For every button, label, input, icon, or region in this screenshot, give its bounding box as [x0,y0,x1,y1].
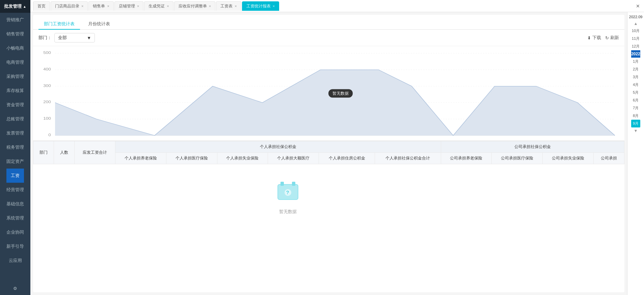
date-nav-down[interactable]: ▼ [632,127,640,134]
date-item-6月[interactable]: 6月 [631,96,640,104]
tab-销售单[interactable]: 销售单× [88,1,113,11]
date-item-10月[interactable]: 10月 [631,27,640,35]
svg-text:100: 100 [43,116,51,121]
svg-text:0: 0 [48,133,51,137]
refresh-button[interactable]: ↻ 刷新 [605,35,619,41]
sidebar-item-系统管理[interactable]: 系统管理 [6,211,24,225]
date-item-2022[interactable]: 2022 [631,50,640,58]
sidebar-item-基础信息[interactable]: 基础信息 [6,197,24,211]
tab-店铺管理[interactable]: 店铺管理× [114,1,143,11]
tab-close-icon[interactable]: × [235,4,237,8]
settings-button[interactable]: ⚙ [0,282,30,295]
tab-label: 销售单 [93,3,105,9]
data-table: 部门 人数 应发工资合计 个人承担社保公积金 公司承担社保公积金 个人承担养老保… [33,141,624,228]
tab-close-icon[interactable]: × [137,4,139,8]
col-personal-insurance: 个人承担社保公积金 [115,141,441,153]
empty-text: 暂无数据 [279,209,297,215]
sidebar-item-电商管理[interactable]: 电商管理 [6,55,24,69]
date-item-3月[interactable]: 3月 [631,73,640,81]
close-all-button[interactable]: ✕ [635,3,641,9]
date-item-9月[interactable]: 9月 [631,120,640,127]
tab-应收应付调整单[interactable]: 应收应付调整单× [174,1,215,11]
tab-close-icon[interactable]: × [273,4,275,8]
tab-bar-right: ✕ [635,3,641,9]
sidebar-item-税务管理[interactable]: 税务管理 [6,140,24,154]
refresh-icon: ↻ [605,35,609,40]
tab-首页[interactable]: 首页 [33,1,50,11]
col-公司承担: 公司承担 [593,153,624,164]
sidebar-header[interactable]: 批发管理 ▲ [0,0,30,13]
date-item-5月[interactable]: 5月 [631,89,640,96]
tab-bar: 首页门店商品目录×销售单×店铺管理×生成凭证×应收应付调整单×工资表×工资统计报… [30,0,644,12]
date-item-4月[interactable]: 4月 [631,81,640,89]
tab-门店商品目录[interactable]: 门店商品目录× [51,1,88,11]
sub-tab-month[interactable]: 月份统计表 [83,19,115,30]
sidebar-item-新手引导[interactable]: 新手引导 [6,239,24,254]
table-section[interactable]: 部门 人数 应发工资合计 个人承担社保公积金 公司承担社保公积金 个人承担养老保… [33,141,624,292]
tab-close-icon[interactable]: × [167,4,169,8]
col-个人承担住房公积金: 个人承担住房公积金 [319,153,375,164]
sidebar-item-云应用[interactable]: 云应用 [6,254,24,268]
sidebar-item-固定资产[interactable]: 固定资产 [6,154,24,169]
date-item-12月[interactable]: 12月 [631,42,640,50]
col-个人承担失业保险: 个人承担失业保险 [217,153,268,164]
refresh-label: 刷新 [610,35,619,41]
tab-生成凭证[interactable]: 生成凭证× [144,1,173,11]
sidebar-item-采购管理[interactable]: 采购管理 [6,69,24,84]
download-label: 下载 [592,35,601,41]
tab-label: 店铺管理 [119,3,135,9]
main-area: 首页门店商品目录×销售单×店铺管理×生成凭证×应收应付调整单×工资表×工资统计报… [30,0,644,295]
toolbar-right: ⬇ 下载 ↻ 刷新 [587,35,619,41]
col-count: 人数 [54,141,75,164]
tab-label: 工资表 [220,3,233,9]
svg-rect-15 [292,182,295,186]
date-item-8月[interactable]: 8月 [631,112,640,120]
sidebar-item-小畅电商[interactable]: 小畅电商 [6,41,24,55]
download-button[interactable]: ⬇ 下载 [587,35,601,41]
sidebar-item-经营管理[interactable]: 经营管理 [6,183,24,197]
chevron-down-icon: ▼ [87,35,91,40]
sidebar-item-营销推广[interactable]: 营销推广 [6,13,24,27]
col-company-insurance: 公司承担社保公积金 [441,141,624,153]
svg-marker-12 [55,70,615,136]
dept-select[interactable]: 全部 ▼ [54,33,95,42]
sub-tab-dept[interactable]: 部门工资统计表 [38,19,80,30]
date-panel: 2022.09 ▲ 10月11月12月20221月2月3月4月5月6月7月8月9… [627,12,644,295]
sidebar-title: 批发管理 [4,3,22,9]
dept-label: 部门： [38,35,52,41]
col-dept: 部门 [33,141,54,164]
page-inner: 部门工资统计表 月份统计表 部门： 全部 ▼ ⬇ [33,15,624,292]
tab-close-icon[interactable]: × [107,4,109,8]
sidebar-arrow-icon: ▲ [23,5,26,8]
chart-tooltip: 暂无数据 [328,89,353,98]
sidebar-item-工资[interactable]: 工资 [6,169,24,183]
sidebar-item-发票管理[interactable]: 发票管理 [6,126,24,140]
date-nav-up[interactable]: ▲ [632,20,640,27]
sidebar-item-资金管理[interactable]: 资金管理 [6,98,24,112]
date-item-7月[interactable]: 7月 [631,104,640,112]
tab-label: 工资统计报表 [246,3,271,9]
sidebar-item-企业协同[interactable]: 企业协同 [6,225,24,239]
tab-工资统计报表[interactable]: 工资统计报表× [242,1,279,11]
tab-label: 首页 [37,3,46,9]
date-panel-header: 2022.09 [628,13,643,20]
chart-area: 0 100 200 300 400 500 [33,46,624,141]
sidebar-item-库存核算[interactable]: 库存核算 [6,84,24,98]
tab-label: 门店商品目录 [55,3,79,9]
tab-close-icon[interactable]: × [81,4,83,8]
toolbar-left: 部门： 全部 ▼ [38,33,95,42]
date-item-1月[interactable]: 1月 [631,58,640,65]
svg-text:400: 400 [43,67,51,71]
date-item-11月[interactable]: 11月 [631,35,640,42]
tab-close-icon[interactable]: × [209,4,211,8]
dept-select-value: 全部 [58,35,67,41]
col-公司承担失业保险: 公司承担失业保险 [543,153,594,164]
sidebar-item-总账管理[interactable]: 总账管理 [6,112,24,126]
svg-text:200: 200 [43,100,51,105]
date-item-2月[interactable]: 2月 [631,65,640,73]
sidebar-item-销售管理[interactable]: 销售管理 [6,27,24,41]
sub-tabs: 部门工资统计表 月份统计表 [33,15,624,30]
col-个人承担社保公积金合计: 个人承担社保公积金合计 [375,153,441,164]
content-area: 部门工资统计表 月份统计表 部门： 全部 ▼ ⬇ [30,12,644,295]
tab-工资表[interactable]: 工资表× [216,1,241,11]
